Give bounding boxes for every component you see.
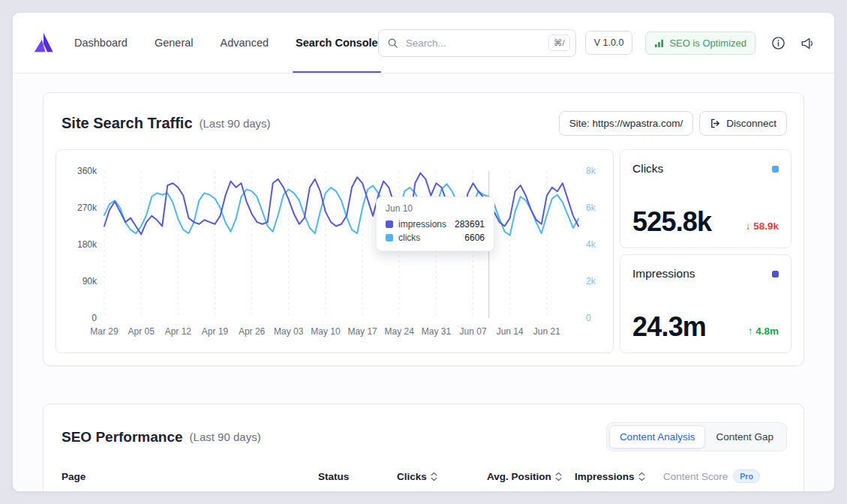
tooltip-date: Jun 10 xyxy=(386,203,485,214)
nav-item-advanced[interactable]: Advanced xyxy=(221,13,269,73)
clicks-stat-label: Clicks xyxy=(632,162,663,176)
signal-bars-icon xyxy=(654,38,664,48)
nav-item-search-console[interactable]: Search Console xyxy=(296,13,378,73)
search-shortcut-hint: ⌘/ xyxy=(548,34,570,51)
svg-text:Jun 14: Jun 14 xyxy=(497,326,524,337)
traffic-card-subtitle: (Last 90 days) xyxy=(200,117,271,130)
svg-text:90k: 90k xyxy=(83,276,98,286)
sort-icon[interactable] xyxy=(431,472,437,482)
traffic-line-chart[interactable]: Mar 29Apr 05Apr 12Apr 19Apr 26May 03May … xyxy=(56,154,617,342)
tab-content-analysis[interactable]: Content Analysis xyxy=(609,425,706,448)
seo-view-switcher: Content Analysis Content Gap xyxy=(606,422,787,452)
site-url-button[interactable]: Site: https://wpastra.com/ xyxy=(559,111,694,136)
column-header-avg-position[interactable]: Avg. Position xyxy=(487,471,575,482)
svg-text:Apr 12: Apr 12 xyxy=(165,326,192,337)
search-icon xyxy=(387,38,398,49)
svg-text:0: 0 xyxy=(586,313,591,323)
impressions-stat-delta: ↑ 4.8m xyxy=(748,326,779,340)
traffic-stats-column: Clicks 525.8k ↓ 58.9k Impressions xyxy=(620,149,791,353)
svg-text:2k: 2k xyxy=(586,276,596,286)
impressions-stat-label: Impressions xyxy=(632,267,695,280)
column-header-clicks[interactable]: Clicks xyxy=(397,471,487,482)
clicks-stat-card: Clicks 525.8k ↓ 58.9k xyxy=(620,149,791,248)
tooltip-row-clicks: clicks 6606 xyxy=(386,232,485,243)
svg-text:180k: 180k xyxy=(77,239,98,250)
impressions-stat-value: 24.3m xyxy=(632,314,706,340)
chart-tooltip: Jun 10 impressions 283691 clicks 6606 xyxy=(376,196,494,251)
traffic-card-title: Site Search Traffic xyxy=(62,115,193,132)
info-button[interactable] xyxy=(771,36,785,50)
page-content: Site Search Traffic (Last 90 days) Site:… xyxy=(13,74,834,491)
site-search-traffic-card: Site Search Traffic (Last 90 days) Site:… xyxy=(43,92,804,366)
global-search[interactable]: ⌘/ xyxy=(378,29,576,57)
top-navbar: Dashboard General Advanced Search Consol… xyxy=(13,13,834,74)
svg-text:May 17: May 17 xyxy=(347,326,377,337)
svg-text:360k: 360k xyxy=(77,166,98,176)
clicks-legend-swatch xyxy=(386,234,393,242)
clicks-stat-value: 525.8k xyxy=(632,208,711,236)
clicks-column-label: Clicks xyxy=(397,471,427,482)
column-header-page: Page xyxy=(62,471,318,482)
content-score-column-label: Content Score xyxy=(663,471,728,482)
svg-text:Jun 21: Jun 21 xyxy=(533,326,560,337)
svg-text:Apr 05: Apr 05 xyxy=(128,326,155,337)
column-header-content-score: Content Score Pro xyxy=(663,470,785,483)
svg-text:4k: 4k xyxy=(586,239,596,250)
traffic-body: Mar 29Apr 05Apr 12Apr 19Apr 26May 03May … xyxy=(56,149,791,353)
column-header-impressions[interactable]: Impressions xyxy=(575,471,663,482)
svg-text:Apr 19: Apr 19 xyxy=(202,326,229,337)
seo-status-badge: SEO is Optimized xyxy=(645,32,755,55)
announcements-button[interactable] xyxy=(799,36,815,50)
svg-text:270k: 270k xyxy=(77,202,98,213)
svg-text:May 31: May 31 xyxy=(422,326,452,337)
app-window: Dashboard General Advanced Search Consol… xyxy=(12,12,835,492)
app-root: { "nav": { "items": [ {"label": "Dashboa… xyxy=(0,0,847,504)
tab-content-gap[interactable]: Content Gap xyxy=(705,425,784,448)
seo-table-header: Page Status Clicks Avg. Position xyxy=(56,470,791,492)
traffic-card-header: Site Search Traffic (Last 90 days) Site:… xyxy=(56,105,791,149)
seo-card-header: SEO Performance (Last 90 days) Content A… xyxy=(56,416,791,452)
svg-text:6k: 6k xyxy=(586,202,596,213)
seo-card-title: SEO Performance xyxy=(62,429,183,446)
tooltip-row-impressions: impressions 283691 xyxy=(386,219,485,230)
disconnect-label: Disconnect xyxy=(726,118,776,129)
tooltip-clicks-label: clicks xyxy=(398,232,420,243)
seo-card-subtitle: (Last 90 days) xyxy=(190,430,261,443)
svg-text:Mar 29: Mar 29 xyxy=(90,326,119,337)
tooltip-impressions-label: impressions xyxy=(398,219,446,230)
svg-text:May 24: May 24 xyxy=(385,326,415,337)
megaphone-icon xyxy=(799,36,815,50)
nav-item-general[interactable]: General xyxy=(155,13,194,73)
clicks-series-dot xyxy=(772,166,779,172)
impressions-series-dot xyxy=(772,271,779,278)
info-icon xyxy=(771,36,785,50)
tooltip-impressions-value: 283691 xyxy=(455,219,485,230)
brand-logo-icon[interactable] xyxy=(32,32,55,54)
logout-icon xyxy=(710,118,721,129)
sort-icon[interactable] xyxy=(555,472,562,482)
svg-text:8k: 8k xyxy=(586,166,596,176)
sort-icon[interactable] xyxy=(638,472,645,482)
svg-text:May 10: May 10 xyxy=(311,326,341,337)
svg-text:Jun 07: Jun 07 xyxy=(460,326,487,337)
impressions-legend-swatch xyxy=(386,220,393,228)
svg-text:May 03: May 03 xyxy=(274,326,304,337)
version-badge: V 1.0.0 xyxy=(585,31,633,55)
clicks-stat-delta: ↓ 58.9k xyxy=(746,220,779,236)
main-nav: Dashboard General Advanced Search Consol… xyxy=(74,13,378,73)
pro-badge: Pro xyxy=(733,470,760,483)
seo-performance-card: SEO Performance (Last 90 days) Content A… xyxy=(43,404,804,492)
traffic-card-actions: Site: https://wpastra.com/ Disconnect xyxy=(559,111,787,136)
search-input[interactable] xyxy=(404,37,542,50)
disconnect-button[interactable]: Disconnect xyxy=(699,111,787,136)
svg-text:Apr 26: Apr 26 xyxy=(239,326,266,337)
avg-position-column-label: Avg. Position xyxy=(487,471,551,482)
traffic-chart-panel[interactable]: Mar 29Apr 05Apr 12Apr 19Apr 26May 03May … xyxy=(56,149,614,353)
column-header-status: Status xyxy=(318,471,397,482)
impressions-column-label: Impressions xyxy=(575,471,635,482)
nav-item-dashboard[interactable]: Dashboard xyxy=(74,13,128,73)
svg-text:0: 0 xyxy=(92,313,97,323)
seo-status-label: SEO is Optimized xyxy=(669,38,746,49)
impressions-stat-card: Impressions 24.3m ↑ 4.8m xyxy=(620,254,791,353)
tooltip-clicks-value: 6606 xyxy=(464,232,485,243)
